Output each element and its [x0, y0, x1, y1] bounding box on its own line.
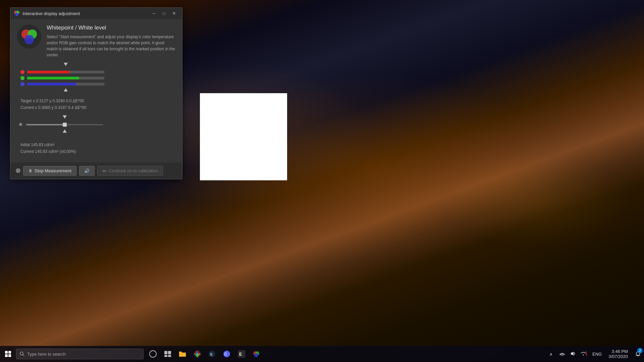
blue-dot [20, 82, 24, 86]
chrome-icon [194, 350, 201, 358]
search-bar[interactable]: Type here to search [16, 349, 144, 359]
discord-icon: D [223, 350, 230, 358]
blue-bar-row [20, 82, 175, 86]
red-bar-row [20, 70, 175, 74]
clock-time: 3:46 PM [612, 349, 628, 354]
brightness-row: ✳ [18, 121, 175, 128]
volume-tray-icon [570, 351, 576, 357]
svg-text:E: E [239, 352, 242, 357]
svg-line-7 [23, 355, 24, 356]
minimize-button[interactable]: ─ [149, 10, 159, 17]
taskbar-icon-explorer[interactable] [176, 346, 189, 362]
brightness-bottom-marker [63, 129, 67, 133]
pause-icon: ⏸ [28, 168, 33, 173]
taskbar-icons: S D E [146, 346, 263, 362]
green-bar-row [20, 76, 175, 80]
svg-rect-11 [168, 355, 171, 357]
window-title: Interactive display adjustment [22, 11, 80, 16]
language-label: ENG [592, 352, 602, 357]
svg-point-22 [254, 353, 258, 357]
language-tray[interactable]: ENG [590, 346, 604, 362]
header-text: Whitepoint / White level Select "Start m… [47, 24, 175, 58]
color-wheel-logo [20, 27, 38, 46]
green-bar-track [27, 77, 104, 79]
svg-point-5 [24, 35, 34, 44]
tray-chevron-icon: ∧ [548, 352, 554, 357]
continue-icon: ⏭ [102, 168, 107, 173]
brightness-slider-fill [26, 124, 65, 125]
svg-rect-10 [164, 355, 167, 357]
network-blocked-tray[interactable] [578, 346, 590, 362]
network-icon [559, 351, 565, 357]
stop-label: Stop Measurement [35, 168, 71, 173]
epic-icon: E [238, 350, 245, 358]
taskbar-icon-discord[interactable]: D [220, 346, 233, 362]
start-button[interactable] [0, 346, 16, 362]
search-icon [20, 352, 24, 356]
taskbar-icon-steam[interactable]: S [205, 346, 219, 362]
notification-button[interactable]: 2 [632, 346, 644, 362]
top-target-marker [64, 63, 68, 66]
white-measurement-box [200, 93, 287, 180]
volume-tray[interactable] [568, 346, 578, 362]
initial-brightness: Initial 145.83 cd/m² [20, 141, 175, 148]
taskbar: Type here to search [0, 346, 644, 362]
blue-bar-fill [27, 83, 76, 85]
windows-logo [5, 351, 11, 357]
clock-section[interactable]: 3:46 PM 3/07/2020 [604, 346, 632, 362]
section-description: Select "Start measurement" and adjust yo… [47, 34, 175, 58]
bars-container [17, 70, 175, 86]
taskbar-icon-taskview[interactable] [161, 346, 174, 362]
clock-date: 3/07/2020 [608, 354, 628, 359]
cortana-icon [149, 350, 157, 358]
maximize-button[interactable]: □ [159, 10, 169, 17]
green-dot [20, 76, 24, 80]
current-brightness: Current 145.83 cd/m² (±0.00%) [20, 148, 175, 155]
taskbar-icon-epic[interactable]: E [235, 346, 248, 362]
svg-rect-8 [164, 351, 167, 354]
svg-point-6 [20, 352, 23, 355]
svg-point-2 [15, 13, 18, 16]
taskbar-icon-calibration[interactable] [250, 346, 263, 362]
taskbar-right: ∧ [545, 346, 644, 362]
green-bar-fill [27, 77, 79, 79]
svg-point-26 [583, 354, 584, 355]
logo-circle [17, 24, 41, 49]
bottom-target-marker [64, 88, 68, 92]
title-bar-left: Interactive display adjustment [14, 10, 80, 16]
svg-point-23 [561, 355, 562, 356]
stop-measurement-button[interactable]: ⏸ Stop Measurement [23, 166, 76, 176]
section-title: Whitepoint / White level [47, 24, 175, 31]
volume-button[interactable]: 🔊 [79, 166, 95, 176]
network-blocked-icon [581, 351, 587, 357]
close-button[interactable]: ✕ [169, 10, 179, 17]
window-content: Whitepoint / White level Select "Start m… [10, 19, 182, 163]
taskbar-icon-chrome[interactable] [191, 346, 204, 362]
brightness-icon: ✳ [18, 121, 23, 128]
red-bar-fill [27, 71, 70, 73]
brightness-top-marker [63, 115, 67, 119]
brightness-slider-thumb[interactable] [63, 123, 67, 127]
title-bar: Interactive display adjustment ─ □ ✕ [10, 8, 182, 19]
header-section: Whitepoint / White level Select "Start m… [17, 24, 175, 58]
calibration-icon [253, 350, 260, 358]
steam-icon: S [208, 350, 216, 358]
continue-label: Continue on to calibration [109, 168, 158, 173]
app-icon [14, 10, 20, 16]
red-bar-track [27, 71, 104, 73]
status-dot [16, 168, 20, 173]
continue-calibration-button[interactable]: ⏭ Continue on to calibration [97, 166, 163, 176]
svg-text:D: D [224, 352, 227, 356]
search-placeholder: Type here to search [27, 352, 66, 357]
system-tray-expand[interactable]: ∧ [545, 346, 557, 362]
blue-bar-track [27, 83, 104, 85]
red-dot [20, 70, 24, 74]
svg-text:S: S [210, 352, 212, 356]
svg-rect-9 [168, 351, 171, 354]
svg-line-25 [586, 351, 587, 356]
taskview-icon [164, 351, 171, 357]
explorer-icon [179, 351, 186, 357]
taskbar-icon-cortana[interactable] [146, 346, 160, 362]
controls-bar: ⏸ Stop Measurement 🔊 ⏭ Continue on to ca… [10, 163, 182, 179]
network-tray[interactable] [557, 346, 568, 362]
